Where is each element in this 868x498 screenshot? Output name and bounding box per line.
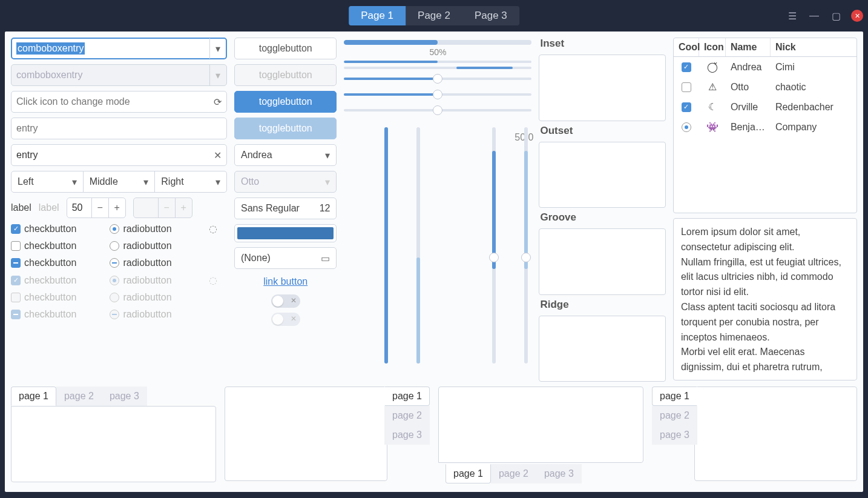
dropdown-right[interactable]: Right▾ <box>155 171 227 193</box>
menu-icon[interactable]: ☰ <box>786 9 799 22</box>
vertical-slider-1[interactable] <box>380 127 392 364</box>
table-row[interactable]: ✓◯̌AndreaCimi <box>674 57 856 77</box>
radio-icon <box>110 276 119 285</box>
nb-tab[interactable]: page 3 <box>536 464 582 483</box>
nb-tab[interactable]: page 2 <box>56 387 102 406</box>
radiobutton: radiobutton <box>110 274 203 286</box>
column-header-name[interactable]: Name <box>726 38 771 56</box>
chevron-down-icon: ▾ <box>209 65 226 85</box>
textview[interactable]: Lorem ipsum dolor sit amet, consectetur … <box>673 218 857 380</box>
plus-icon: + <box>175 198 192 217</box>
icon-mode-entry[interactable]: ⟳ <box>11 91 227 113</box>
table-row[interactable]: ⚠Ottochaotic <box>674 77 856 97</box>
nb-tab[interactable]: page 2 <box>384 406 430 425</box>
header-tabs: Page 1 Page 2 Page 3 <box>349 6 519 25</box>
notebook-top: page 1 page 2 page 3 <box>11 387 216 483</box>
progressbar-2 <box>344 61 531 63</box>
nb-tab[interactable]: page 3 <box>102 387 147 406</box>
checkbutton[interactable]: ✓checkbutton <box>11 223 105 234</box>
frame-label-groove: Groove <box>539 211 665 225</box>
vertical-slider-3[interactable]: 50.0 <box>488 127 499 364</box>
tab-page-1[interactable]: Page 1 <box>349 6 406 25</box>
radio-icon <box>110 258 119 268</box>
color-button[interactable] <box>234 224 337 242</box>
slider-2[interactable] <box>344 88 531 101</box>
window-titlebar: Page 1 Page 2 Page 3 ☰ — ▢ ✕ <box>0 0 868 32</box>
progressbar-1 <box>344 40 531 45</box>
radio-icon <box>110 293 119 302</box>
radio-icon <box>110 224 119 234</box>
nb-tab[interactable]: page 1 <box>446 464 491 483</box>
row-icon: 👾 <box>699 120 726 134</box>
file-chooser-button[interactable]: (None)▭ <box>234 247 337 269</box>
nb-tab[interactable]: page 2 <box>652 406 697 425</box>
checkbutton[interactable]: checkbutton <box>11 241 105 251</box>
font-button[interactable]: Sans Regular12 <box>234 198 337 219</box>
open-icon: ▭ <box>321 253 330 264</box>
radiobutton[interactable]: radiobutton <box>110 257 203 268</box>
combobox-andrea[interactable]: Andrea▾ <box>234 144 337 166</box>
radio-icon[interactable] <box>682 122 691 132</box>
checkbox-icon[interactable] <box>682 82 691 92</box>
checkbox-icon <box>11 241 21 251</box>
notebook-left: page 1 page 2 page 3 <box>652 387 857 483</box>
row-icon: ☾ <box>699 100 726 114</box>
togglebutton-active-disabled: togglebutton <box>234 118 337 139</box>
checkbox-icon[interactable]: ✓ <box>682 62 691 72</box>
slider-1[interactable] <box>344 73 531 85</box>
togglebutton-active[interactable]: togglebutton <box>234 91 337 113</box>
table-row[interactable]: ✓☾OrvilleRedenbacher <box>674 97 856 117</box>
link-button[interactable]: link button <box>234 274 337 290</box>
close-icon[interactable]: ✕ <box>851 10 863 22</box>
table-row[interactable]: 👾Benja…Company <box>674 117 856 137</box>
nb-tab[interactable]: page 1 <box>652 387 697 406</box>
frame-label-outset: Outset <box>539 125 665 138</box>
entry-with-clear[interactable]: ✕ <box>11 144 227 166</box>
nb-tab[interactable]: page 1 <box>11 387 56 406</box>
chevron-down-icon[interactable]: ▾ <box>209 38 226 59</box>
togglebutton-disabled: togglebutton <box>234 64 337 86</box>
switch[interactable]: ✕ <box>271 294 300 308</box>
progress-text: 50% <box>344 47 531 57</box>
radiobutton: radiobutton <box>110 292 203 303</box>
radiobutton[interactable]: radiobutton <box>110 223 203 234</box>
dropdown-middle[interactable]: Middle▾ <box>84 171 156 193</box>
dropdown-left[interactable]: Left▾ <box>11 171 84 193</box>
nb-page <box>11 406 216 482</box>
color-swatch <box>237 227 334 239</box>
column-header-cool[interactable]: Cool <box>674 38 699 56</box>
nb-tab[interactable]: page 1 <box>384 387 430 406</box>
plus-icon[interactable]: + <box>108 198 125 217</box>
minimize-icon[interactable]: — <box>807 9 821 22</box>
combobox-otto-disabled: Otto▾ <box>234 171 337 193</box>
checkbox-icon[interactable]: ✓ <box>682 102 691 112</box>
column-header-icon[interactable]: Icon <box>699 38 726 56</box>
treeview-table[interactable]: Cool Icon Name Nick ✓◯̌AndreaCimi⚠Ottoch… <box>673 38 857 213</box>
checkbutton: ✓checkbutton <box>11 274 105 286</box>
tab-page-3[interactable]: Page 3 <box>462 6 519 25</box>
frame-label-inset: Inset <box>539 38 665 51</box>
clear-icon[interactable]: ✕ <box>214 150 222 161</box>
refresh-icon[interactable]: ⟳ <box>214 96 222 108</box>
nb-tab[interactable]: page 2 <box>491 464 536 483</box>
tab-page-2[interactable]: Page 2 <box>406 6 462 25</box>
radiobutton[interactable]: radiobutton <box>110 241 203 251</box>
checkbutton[interactable]: checkbutton <box>11 257 105 268</box>
comboboxentry-focused[interactable]: comboboxentry ▾ <box>11 38 227 59</box>
checkbox-icon <box>11 310 21 319</box>
segmented-dropdown: Left▾ Middle▾ Right▾ <box>11 171 227 193</box>
slider-3[interactable] <box>344 104 531 116</box>
radiobutton: radiobutton <box>110 309 203 320</box>
minus-icon[interactable]: − <box>91 198 108 217</box>
togglebutton[interactable]: togglebutton <box>234 38 337 59</box>
radio-icon <box>110 310 119 319</box>
switch-disabled: ✕ <box>271 313 300 326</box>
maximize-icon[interactable]: ▢ <box>829 9 843 22</box>
column-header-nick[interactable]: Nick <box>771 38 856 56</box>
entry-placeholder[interactable] <box>11 118 227 139</box>
frame-label-ridge: Ridge <box>539 299 665 312</box>
spinbutton[interactable]: 50 − + <box>67 198 126 218</box>
checkbox-icon <box>11 293 21 302</box>
nb-tab[interactable]: page 3 <box>384 425 430 445</box>
nb-tab[interactable]: page 3 <box>652 425 697 445</box>
